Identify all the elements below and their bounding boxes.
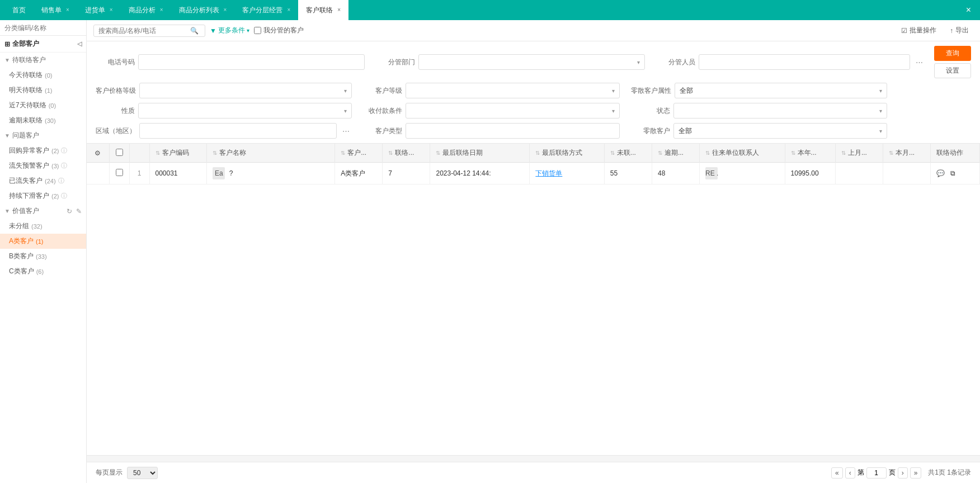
sort-uncontacted-icon: ⇅ (610, 150, 615, 156)
customer-type-input[interactable] (406, 123, 619, 139)
per-page-select[interactable]: 50 20 100 (127, 467, 158, 479)
filter-search-input[interactable] (98, 27, 188, 35)
filter-search-icon[interactable]: 🔍 (190, 27, 199, 35)
sort-contact-icon: ⇅ (388, 150, 393, 156)
td-check[interactable] (109, 163, 129, 184)
th-last-month[interactable]: ⇅上月... (835, 144, 883, 163)
export-btn[interactable]: ↑ 导出 (945, 23, 973, 37)
payment-select[interactable]: ▾ (406, 103, 619, 119)
action-link-icon[interactable]: ⧉ (950, 169, 955, 177)
prev-page-btn[interactable]: ‹ (845, 467, 855, 479)
first-page-btn[interactable]: « (831, 467, 843, 479)
person-dots-icon[interactable]: ⋯ (913, 58, 925, 67)
status-select[interactable]: ▾ (673, 103, 887, 119)
sidebar-declining[interactable]: 持续下滑客户 (2) ⓘ (0, 188, 86, 203)
grade-select[interactable]: ▾ (406, 83, 619, 98)
th-uncontacted[interactable]: ⇅未联... (604, 144, 652, 163)
payment-arrow-icon: ▾ (612, 108, 615, 114)
nav-customer-segment[interactable]: 客户分层经营 × (234, 0, 298, 20)
value-customers-group[interactable]: ▼ 价值客户 ↻ ✎ (0, 203, 86, 219)
page-number-input[interactable] (866, 467, 887, 479)
problem-customers-group[interactable]: ▼ 问题客户 (0, 128, 86, 143)
settings-button[interactable]: 设置 (934, 63, 971, 78)
sort-thisyear-icon: ⇅ (791, 150, 795, 156)
td-last-method[interactable]: 下销货单 (530, 163, 604, 184)
action-chat-icon[interactable]: 💬 (936, 169, 945, 177)
close-analysis-list-icon[interactable]: × (224, 0, 227, 20)
my-customers-check[interactable] (254, 27, 261, 34)
person-input[interactable] (699, 54, 910, 70)
price-grade-select[interactable]: ▾ (139, 83, 352, 98)
filter-more-btn[interactable]: ▼ 更多条件 ▾ (210, 26, 249, 35)
value-edit-icon[interactable]: ✎ (76, 207, 82, 215)
global-close-button[interactable]: × (962, 5, 976, 15)
scatter-attr-select[interactable]: 全部 ▾ (675, 83, 887, 98)
th-contact[interactable]: ⇅联络... (383, 144, 430, 163)
sidebar-7day-contact[interactable]: 近7天待联络 (0) (0, 98, 86, 113)
sidebar-a-customers[interactable]: A类客户 (1) (0, 234, 86, 249)
th-this-year[interactable]: ⇅本年... (785, 144, 835, 163)
next-page-btn[interactable]: › (898, 467, 908, 479)
horizontal-scrollbar[interactable] (87, 455, 980, 462)
query-button[interactable]: 查询 (934, 46, 971, 61)
sidebar-tomorrow-contact[interactable]: 明天待联络 (1) (0, 83, 86, 98)
close-analysis-icon[interactable]: × (160, 0, 163, 20)
sidebar-collapse-icon[interactable]: ◁ (77, 40, 82, 48)
nav-home[interactable]: 首页 (4, 0, 34, 20)
filter-cell-dept: 分管部门 ▾ (376, 54, 645, 70)
close-sales-icon[interactable]: × (66, 0, 69, 20)
nav-purchase[interactable]: 进货单 × (77, 0, 121, 20)
th-overdue[interactable]: ⇅逾期... (652, 144, 699, 163)
th-rownum (129, 144, 149, 163)
my-customers-checkbox[interactable]: 我分管的客户 (254, 26, 304, 35)
sidebar-churned[interactable]: 已流失客户 (24) ⓘ (0, 173, 86, 188)
filter-cell-customer-type: 客户类型 (363, 123, 619, 139)
th-code[interactable]: ⇅客户编码 (149, 144, 207, 163)
close-purchase-icon[interactable]: × (110, 0, 113, 20)
value-refresh-icon[interactable]: ↻ (67, 207, 72, 215)
nature-select[interactable]: ▾ (138, 103, 352, 119)
sidebar-b-customers[interactable]: B类客户 (33) (0, 249, 86, 264)
sidebar-repeat-abnormal[interactable]: 回购异常客户 (2) ⓘ (0, 143, 86, 158)
nav-sales[interactable]: 销售单 × (34, 0, 77, 20)
nav-analysis-list[interactable]: 商品分析列表 × (171, 0, 235, 20)
sidebar-unclassified[interactable]: 未分组 (32) (0, 219, 86, 234)
close-segment-icon[interactable]: × (287, 0, 290, 20)
batch-ops-btn[interactable]: ☑ 批量操作 (897, 23, 941, 37)
th-type[interactable]: ⇅客户... (335, 144, 383, 163)
th-unit-contact[interactable]: ⇅往来单位联系人 (700, 144, 785, 163)
close-contact-icon[interactable]: × (337, 0, 341, 20)
row-checkbox[interactable] (116, 169, 123, 176)
region-dots-icon[interactable]: ⋯ (340, 127, 352, 135)
th-check[interactable] (109, 144, 129, 163)
td-code[interactable]: 000031 (149, 163, 207, 184)
gear-icon: ⚙ (95, 149, 101, 157)
th-name[interactable]: ⇅客户名称 (207, 144, 335, 163)
th-this-month[interactable]: ⇅本月... (883, 144, 931, 163)
region-input[interactable] (139, 123, 337, 139)
sidebar-search-input[interactable] (4, 24, 87, 32)
dept-select[interactable]: ▾ (418, 54, 645, 70)
sidebar-c-customers[interactable]: C类客户 (6) (0, 264, 86, 279)
scatter-select[interactable]: 全部 ▾ (673, 123, 887, 139)
unit-contact-avatar: RE . (705, 167, 718, 179)
main-layout: 🔍 ⊞ 全部客户 ◁ ▼ 待联络客户 今天待联络 (0) 明天待联络 (1) 近… (0, 20, 980, 483)
th-actions: 联络动作 (931, 144, 980, 163)
info-icon-2: ⓘ (61, 162, 67, 170)
nav-analysis[interactable]: 商品分析 × (121, 0, 171, 20)
select-all-checkbox[interactable] (116, 149, 123, 156)
last-page-btn[interactable]: » (910, 467, 922, 479)
nav-customer-contact[interactable]: 客户联络 × (298, 0, 348, 20)
th-last-date[interactable]: ⇅最后联络日期 (430, 144, 530, 163)
th-gear[interactable]: ⚙ (87, 144, 109, 163)
sort-code-icon: ⇅ (156, 150, 160, 156)
sidebar-today-contact[interactable]: 今天待联络 (0) (0, 68, 86, 83)
all-customers-header: ⊞ 全部客户 ◁ (0, 36, 86, 53)
td-name[interactable]: Ea ? (207, 163, 335, 184)
sidebar-churn-warning[interactable]: 流失预警客户 (3) ⓘ (0, 158, 86, 173)
pending-contact-group[interactable]: ▼ 待联络客户 (0, 53, 86, 68)
sidebar-overdue-contact[interactable]: 逾期未联络 (30) (0, 113, 86, 128)
th-last-method[interactable]: ⇅最后联络方式 (530, 144, 604, 163)
phone-input[interactable] (138, 54, 365, 70)
td-unit-contact: RE . (700, 163, 785, 184)
